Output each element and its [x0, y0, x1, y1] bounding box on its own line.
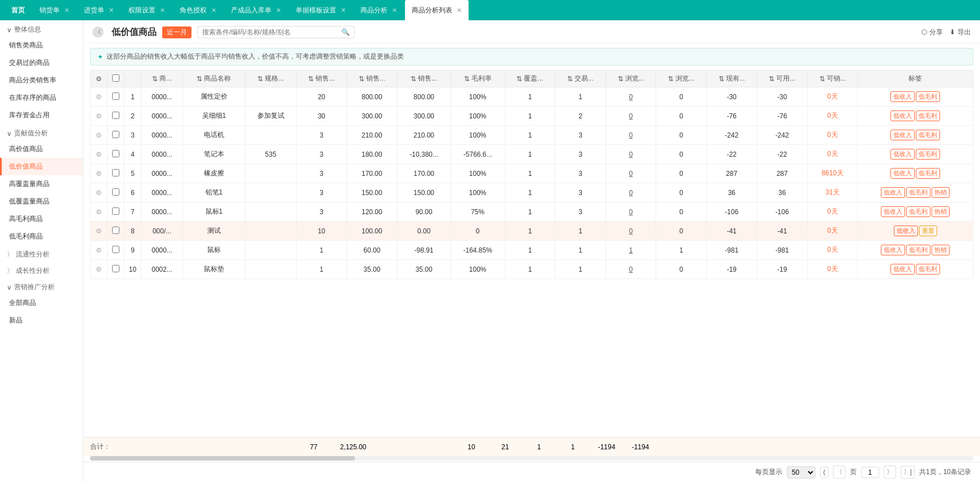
- browse1-column-header[interactable]: ⇅浏览...: [605, 70, 656, 87]
- sales-price-column-header[interactable]: ⇅销售...: [347, 70, 398, 87]
- close-icon[interactable]: ✕: [341, 7, 346, 14]
- scrollbar-thumb[interactable]: [90, 456, 355, 461]
- row-settings[interactable]: ⚙: [91, 107, 108, 126]
- spec-column-header[interactable]: ⇅规格...: [245, 70, 296, 87]
- row-checkbox-cell[interactable]: [108, 260, 124, 279]
- nav-salesorder[interactable]: 销货单 ✕: [33, 0, 76, 20]
- row-checkbox[interactable]: [112, 188, 119, 196]
- row-checkbox-cell[interactable]: [108, 87, 124, 107]
- row-settings[interactable]: ⚙: [91, 241, 108, 260]
- sidebar-collapse-button[interactable]: 《: [92, 26, 104, 38]
- close-icon[interactable]: ✕: [109, 7, 114, 14]
- sidebar-item-high-value[interactable]: 高价值商品: [0, 140, 83, 158]
- row-checkbox[interactable]: [112, 246, 119, 253]
- available-column-header[interactable]: ⇅可用...: [757, 70, 808, 87]
- search-icon[interactable]: 🔍: [341, 28, 350, 36]
- sidebar-item-low-coverage[interactable]: 低覆盖量商品: [0, 193, 83, 210]
- nav-goods-analysis[interactable]: 商品分析 ✕: [354, 0, 404, 20]
- browse1-link[interactable]: 0: [629, 208, 633, 216]
- sidebar-group-liquidity[interactable]: 〉 流通性分析: [0, 245, 83, 262]
- filter-tag-button[interactable]: 近一月: [162, 26, 191, 38]
- code-column-header[interactable]: ⇅商...: [141, 70, 183, 87]
- row-checkbox[interactable]: [112, 227, 119, 234]
- nav-goods-analysis-list[interactable]: 商品分析列表 ✕: [405, 0, 469, 20]
- settings-column-header[interactable]: ⚙: [91, 70, 108, 87]
- sidebar-item-category-rate[interactable]: 商品分类销售率: [0, 72, 83, 89]
- sidebar-item-new-goods[interactable]: 新品: [0, 312, 83, 329]
- row-checkbox-cell[interactable]: [108, 107, 124, 126]
- coverage-column-header[interactable]: ⇅覆盖...: [505, 70, 555, 87]
- transaction-column-header[interactable]: ⇅交易...: [555, 70, 606, 87]
- horizontal-scrollbar[interactable]: [90, 456, 973, 461]
- row-checkbox-cell[interactable]: [108, 126, 124, 145]
- close-icon[interactable]: ✕: [211, 7, 216, 14]
- browse1-link[interactable]: 0: [629, 151, 633, 158]
- row-checkbox[interactable]: [112, 92, 119, 100]
- close-icon[interactable]: ✕: [64, 7, 69, 14]
- row-checkbox[interactable]: [112, 207, 119, 215]
- sidebar-group-overall[interactable]: ∨ 整体信息: [0, 20, 83, 37]
- row-settings[interactable]: ⚙: [91, 87, 108, 107]
- row-settings[interactable]: ⚙: [91, 126, 108, 145]
- last-page-button[interactable]: 〉|: [901, 466, 915, 479]
- browse2-column-header[interactable]: ⇅浏览...: [656, 70, 707, 87]
- share-button[interactable]: ⬡ 分享: [921, 28, 943, 37]
- browse1-link[interactable]: 0: [629, 131, 633, 139]
- row-checkbox-cell[interactable]: [108, 202, 124, 222]
- name-column-header[interactable]: ⇅商品名称: [183, 70, 245, 87]
- close-icon[interactable]: ✕: [392, 7, 397, 14]
- sales-qty-column-header[interactable]: ⇅销售...: [296, 70, 347, 87]
- browse1-link[interactable]: 0: [629, 170, 633, 178]
- close-icon[interactable]: ✕: [457, 7, 462, 14]
- sidebar-item-low-margin[interactable]: 低毛利商品: [0, 228, 83, 245]
- sidebar-group-growth[interactable]: 〉 成长性分析: [0, 262, 83, 278]
- next-page-button[interactable]: 〉: [884, 466, 896, 479]
- sidebar-item-high-coverage[interactable]: 高覆盖量商品: [0, 175, 83, 193]
- row-checkbox[interactable]: [112, 112, 119, 119]
- checkbox-column-header[interactable]: [108, 70, 124, 87]
- nav-home[interactable]: 首页: [5, 0, 32, 20]
- row-checkbox-cell[interactable]: [108, 164, 124, 183]
- sidebar-item-sales-goods[interactable]: 销售类商品: [0, 37, 83, 54]
- nav-roleauth[interactable]: 角色授权 ✕: [173, 0, 223, 20]
- sidebar-item-low-value[interactable]: 低价值商品: [0, 158, 83, 175]
- sidebar-group-contribution[interactable]: ∨ 贡献值分析: [0, 124, 83, 140]
- row-settings[interactable]: ⚙: [91, 222, 108, 241]
- row-settings[interactable]: ⚙: [91, 202, 108, 222]
- saleable-column-header[interactable]: ⇅可销...: [807, 70, 858, 87]
- sidebar-item-all-goods[interactable]: 全部商品: [0, 294, 83, 312]
- sidebar-item-high-margin[interactable]: 高毛利商品: [0, 210, 83, 228]
- sidebar-item-stock-capital[interactable]: 库存资金占用: [0, 107, 83, 124]
- nav-product-instock[interactable]: 产成品入库单 ✕: [224, 0, 288, 20]
- browse1-link[interactable]: 0: [629, 227, 633, 235]
- sidebar-item-traded-goods[interactable]: 交易过的商品: [0, 54, 83, 72]
- row-settings[interactable]: ⚙: [91, 164, 108, 183]
- search-input[interactable]: [202, 28, 339, 36]
- prev-page-button[interactable]: 〈: [833, 466, 845, 479]
- browse1-link[interactable]: 1: [629, 246, 633, 254]
- browse1-link[interactable]: 0: [629, 189, 633, 197]
- sidebar-group-marketing[interactable]: ∨ 营销推广分析: [0, 278, 83, 294]
- close-icon[interactable]: ✕: [160, 7, 165, 14]
- nav-template[interactable]: 单据模板设置 ✕: [289, 0, 353, 20]
- row-checkbox[interactable]: [112, 150, 119, 157]
- nav-purchaseorder[interactable]: 进货单 ✕: [77, 0, 121, 20]
- nav-permission[interactable]: 权限设置 ✕: [122, 0, 172, 20]
- margin-column-header[interactable]: ⇅毛利率: [451, 70, 505, 87]
- close-icon[interactable]: ✕: [276, 7, 281, 14]
- row-settings[interactable]: ⚙: [91, 183, 108, 202]
- browse1-link[interactable]: 0: [629, 266, 633, 273]
- sales-amount-column-header[interactable]: ⇅销售...: [397, 70, 451, 87]
- page-number-input[interactable]: [861, 467, 879, 478]
- page-size-select[interactable]: 50 100 200: [787, 466, 816, 479]
- export-button[interactable]: ⬇ 导出: [950, 28, 971, 37]
- row-checkbox[interactable]: [112, 169, 119, 176]
- first-page-button[interactable]: ⟨: [820, 467, 828, 478]
- row-checkbox-cell[interactable]: [108, 145, 124, 164]
- sidebar-item-instock-goods[interactable]: 在库存序的商品: [0, 89, 83, 107]
- row-checkbox-cell[interactable]: [108, 222, 124, 241]
- row-checkbox-cell[interactable]: [108, 241, 124, 260]
- row-checkbox[interactable]: [112, 265, 119, 272]
- browse1-link[interactable]: 0: [629, 93, 633, 101]
- row-settings[interactable]: ⚙: [91, 260, 108, 279]
